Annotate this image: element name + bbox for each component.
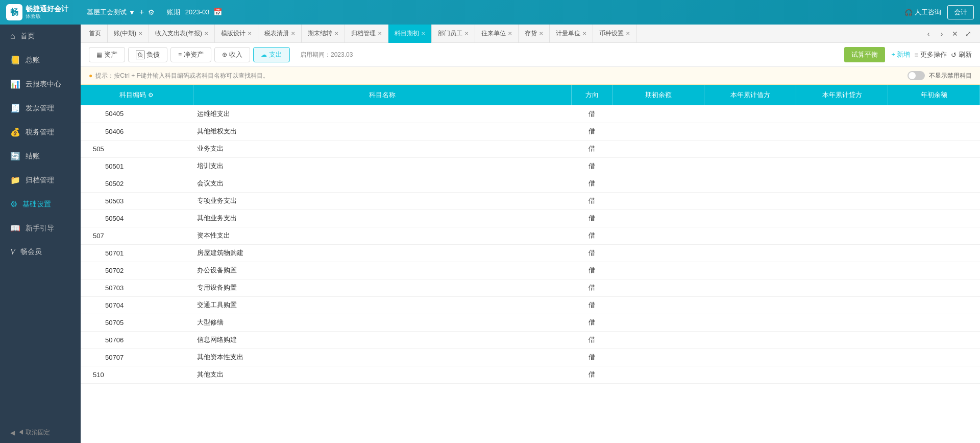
cell-ytd-credit bbox=[796, 123, 888, 140]
tab-annual[interactable]: 收入支出表(年报) ✕ bbox=[149, 25, 215, 43]
tab-home[interactable]: 首页 bbox=[83, 25, 108, 43]
table-row[interactable]: 50502 会议支出 借 bbox=[81, 175, 980, 192]
close-icon[interactable]: ✕ bbox=[626, 31, 630, 36]
cell-ytd-credit bbox=[796, 192, 888, 209]
filter-tab-expense[interactable]: ☁ 支出 bbox=[253, 47, 290, 62]
sidebar-item-invoice[interactable]: 🧾 发票管理 bbox=[0, 96, 81, 120]
account-button[interactable]: 会计 bbox=[947, 5, 974, 19]
filter-tab-income[interactable]: ⊕ 收入 bbox=[214, 47, 250, 62]
sidebar-item-label: 首页 bbox=[20, 32, 35, 41]
close-icon[interactable]: ✕ bbox=[291, 31, 295, 36]
cell-ytd-debit bbox=[704, 262, 796, 279]
settings-icon[interactable]: ⚙ bbox=[148, 8, 155, 16]
subjects-table: 科目编码 ⚙ 科目名称 方向 期初余额 本年累计借方 本年累计贷方 年初余额 5… bbox=[81, 85, 980, 384]
close-icon[interactable]: ✕ bbox=[464, 31, 469, 36]
sidebar-item-settle[interactable]: 🔄 结账 bbox=[0, 144, 81, 168]
table-row[interactable]: 505 业务支出 借 bbox=[81, 140, 980, 157]
table-row[interactable]: 50501 培训支出 借 bbox=[81, 157, 980, 175]
sidebar-item-home[interactable]: ⌂ 首页 bbox=[0, 25, 81, 48]
add-button[interactable]: + 新增 bbox=[889, 50, 910, 59]
cell-ytd-debit bbox=[704, 348, 796, 366]
filter-tab-net-asset[interactable]: ≡ 净资产 bbox=[170, 47, 211, 62]
tab-inventory[interactable]: 存货 ✕ bbox=[519, 25, 550, 43]
close-icon[interactable]: ✕ bbox=[421, 31, 425, 36]
table-row[interactable]: 50405 运维维支出 借 bbox=[81, 105, 980, 123]
cell-ytd-credit bbox=[796, 209, 888, 227]
table-row[interactable]: 50705 大型修缮 借 bbox=[81, 314, 980, 331]
cell-name: 其他维权支出 bbox=[193, 123, 572, 140]
close-icon[interactable]: ✕ bbox=[508, 31, 512, 36]
tab-archive[interactable]: 归档管理 ✕ bbox=[345, 25, 388, 43]
tab-currency[interactable]: 币种设置 ✕ bbox=[593, 25, 636, 43]
close-icon[interactable]: ✕ bbox=[138, 31, 142, 36]
filter-tab-asset[interactable]: ▦ 资产 bbox=[89, 47, 125, 62]
sidebar-item-guide[interactable]: 📖 新手引导 bbox=[0, 216, 81, 240]
table-row[interactable]: 50703 专用设备购置 借 bbox=[81, 279, 980, 296]
sidebar-item-ledger[interactable]: 📒 总账 bbox=[0, 48, 81, 72]
col-year-init: 年初余额 bbox=[888, 85, 980, 105]
tab-unit[interactable]: 计量单位 ✕ bbox=[550, 25, 593, 43]
table-row[interactable]: 50706 信息网络购建 借 bbox=[81, 331, 980, 348]
logo-icon: 畅 bbox=[6, 4, 22, 20]
filter-tab-liability[interactable]: 负 负债 bbox=[128, 47, 167, 62]
add-tab-icon[interactable]: + bbox=[139, 8, 144, 17]
sidebar-item-label: 总账 bbox=[26, 56, 40, 65]
help-button[interactable]: 🎧 人工咨询 bbox=[904, 8, 941, 17]
cell-ytd-debit bbox=[704, 175, 796, 192]
cell-ytd-credit bbox=[796, 296, 888, 314]
table-row[interactable]: 50702 办公设备购置 借 bbox=[81, 262, 980, 279]
table-row[interactable]: 507 资本性支出 借 bbox=[81, 227, 980, 244]
cell-init-balance bbox=[612, 296, 704, 314]
close-icon[interactable]: ✕ bbox=[334, 31, 338, 36]
close-icon[interactable]: ✕ bbox=[582, 31, 586, 36]
sidebar-item-settings[interactable]: ⚙ 基础设置 bbox=[0, 192, 81, 216]
tab-prev-button[interactable]: ‹ bbox=[923, 28, 934, 39]
cell-year-init bbox=[888, 314, 980, 331]
close-icon[interactable]: ✕ bbox=[539, 31, 543, 36]
table-row[interactable]: 510 其他支出 借 bbox=[81, 366, 980, 383]
table-row[interactable]: 50704 交通工具购置 借 bbox=[81, 296, 980, 314]
tab-mid[interactable]: 账(中期) ✕ bbox=[108, 25, 149, 43]
toggle-disabled-subjects[interactable] bbox=[908, 71, 925, 80]
tab-partner[interactable]: 往来单位 ✕ bbox=[475, 25, 519, 43]
tab-period-end[interactable]: 期末结转 ✕ bbox=[302, 25, 345, 43]
sidebar-item-archive[interactable]: 📁 归档管理 bbox=[0, 168, 81, 192]
refresh-button[interactable]: ↺ 刷新 bbox=[951, 50, 972, 59]
cell-init-balance bbox=[612, 366, 704, 383]
tab-label: 期末结转 bbox=[308, 29, 332, 38]
settings-icon: ⚙ bbox=[10, 199, 17, 209]
sidebar-collapse-button[interactable]: ◀ ◀ 取消固定 bbox=[0, 422, 81, 443]
tab-tax[interactable]: 税表清册 ✕ bbox=[258, 25, 302, 43]
table-row[interactable]: 50707 其他资本性支出 借 bbox=[81, 348, 980, 366]
cell-name: 交通工具购置 bbox=[193, 296, 572, 314]
cell-ytd-debit bbox=[704, 244, 796, 262]
table-row[interactable]: 50504 其他业务支出 借 bbox=[81, 209, 980, 227]
table-row[interactable]: 50406 其他维权支出 借 bbox=[81, 123, 980, 140]
tab-next-button[interactable]: › bbox=[936, 28, 947, 39]
balance-button[interactable]: 试算平衡 bbox=[844, 47, 885, 62]
tab-expand-button[interactable]: ⤢ bbox=[963, 28, 974, 39]
calendar-icon[interactable]: 📅 bbox=[213, 8, 222, 16]
tab-subject-init[interactable]: 科目期初 ✕ bbox=[388, 25, 432, 43]
more-button[interactable]: ≡ 更多操作 bbox=[914, 50, 947, 59]
tab-close-all-button[interactable]: ✕ bbox=[949, 28, 961, 39]
sidebar-item-member[interactable]: V 畅会员 bbox=[0, 240, 81, 264]
sidebar-item-tax[interactable]: 💰 税务管理 bbox=[0, 120, 81, 144]
sidebar-item-reports[interactable]: 📊 云报表中心 bbox=[0, 72, 81, 96]
col-ytd-debit: 本年累计借方 bbox=[704, 85, 796, 105]
sidebar-item-label: 发票管理 bbox=[26, 104, 54, 113]
table-row[interactable]: 50503 专项业务支出 借 bbox=[81, 192, 980, 209]
close-icon[interactable]: ✕ bbox=[248, 31, 252, 36]
tab-label: 税表清册 bbox=[264, 29, 289, 38]
cell-init-balance bbox=[612, 279, 704, 296]
tab-template[interactable]: 模版设计 ✕ bbox=[215, 25, 258, 43]
cell-init-balance bbox=[612, 262, 704, 279]
tab-label: 计量单位 bbox=[556, 29, 580, 38]
company-selector[interactable]: 基层工会测试 ▼ bbox=[87, 8, 135, 17]
tab-dept[interactable]: 部门员工 ✕ bbox=[432, 25, 475, 43]
col-settings-icon[interactable]: ⚙ bbox=[148, 91, 154, 99]
table-row[interactable]: 50701 房屋建筑物购建 借 bbox=[81, 244, 980, 262]
close-icon[interactable]: ✕ bbox=[204, 31, 208, 36]
cell-code: 507 bbox=[81, 227, 193, 244]
close-icon[interactable]: ✕ bbox=[378, 31, 382, 36]
